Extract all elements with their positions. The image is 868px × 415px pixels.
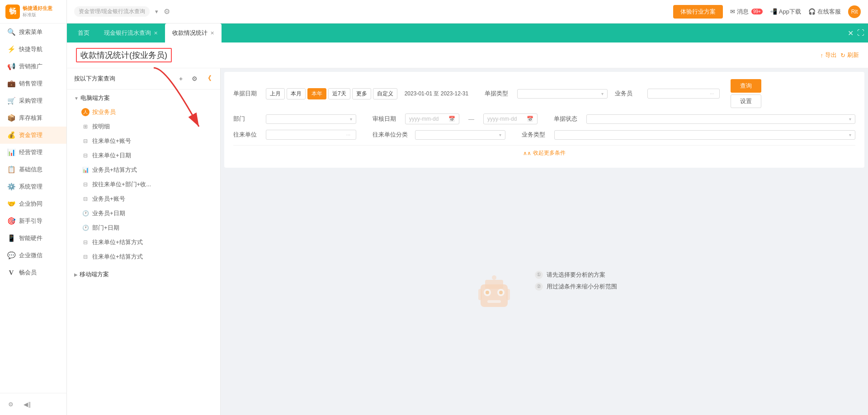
scheme-settings-button[interactable]: ⚙ <box>189 74 199 84</box>
sidebar-item-base-info[interactable]: 📋 基础信息 <box>0 161 66 178</box>
unit-more-btn[interactable]: ··· <box>346 132 350 137</box>
filter-action-buttons: 查询 设置 <box>731 79 761 108</box>
sidebar-item-sales[interactable]: 💼 销售管理 <box>0 75 66 92</box>
tab-cash-flow[interactable]: 现金银行流水查询 ✕ <box>97 24 165 42</box>
biz-type-select[interactable]: ▾ <box>554 130 855 140</box>
setup-button[interactable]: 设置 <box>731 94 761 108</box>
topbar: 资金管理/现金银行流水查询 ▾ ⚙ 体验行业方案 ✉ 消息 99+ 📲 App下… <box>67 0 868 24</box>
sidebar-item-operation[interactable]: 📊 经营管理 <box>0 144 66 161</box>
scheme-icon-clock2: 🕐 <box>81 224 90 232</box>
main-content: 资金管理/现金银行流水查询 ▾ ⚙ 体验行业方案 ✉ 消息 99+ 📲 App下… <box>67 0 868 415</box>
empty-state-container: ① 请先选择要分析的方案 ② 用过滤条件来缩小分析范围 <box>472 271 617 316</box>
refresh-button[interactable]: ↻ 刷新 <box>840 51 859 59</box>
scheme-item-by-detail[interactable]: ⊞ 按明细 <box>67 119 220 134</box>
tab-cash-flow-close[interactable]: ✕ <box>154 30 158 36</box>
message-action[interactable]: ✉ 消息 99+ <box>730 8 763 16</box>
svg-rect-8 <box>478 289 482 300</box>
topbar-left: 资金管理/现金银行流水查询 ▾ ⚙ <box>74 6 170 17</box>
export-icon: ↑ <box>821 52 824 59</box>
doc-status-select[interactable]: ▾ <box>586 114 855 124</box>
purchase-icon: 🛒 <box>7 97 15 105</box>
date-btn-this-month[interactable]: 本月 <box>287 88 306 99</box>
unit-select[interactable]: ··· <box>266 130 356 140</box>
doc-type-select[interactable]: ▾ <box>517 89 608 99</box>
group-expand-arrow: ▼ <box>74 96 79 101</box>
scheme-item-unit-account[interactable]: ⊟ 往来单位+账号 <box>67 134 220 148</box>
add-scheme-button[interactable]: + <box>176 74 186 84</box>
tab-home[interactable]: 首页 <box>71 24 97 42</box>
tab-receipt-stats[interactable]: 收款情况统计 ✕ <box>165 24 222 42</box>
review-date-end[interactable]: yyyy-mm-dd 📅 <box>483 113 538 124</box>
sidebar-item-vip[interactable]: V 畅会员 <box>0 264 66 281</box>
headset-icon: 🎧 <box>808 8 816 15</box>
sidebar-item-enterprise[interactable]: 🤝 企业协同 <box>0 195 66 212</box>
quick-nav-icon: ⚡ <box>7 45 15 53</box>
trial-button[interactable]: 体验行业方案 <box>673 5 723 19</box>
scheme-item-unit-date[interactable]: ⊟ 往来单位+日期 <box>67 148 220 163</box>
sidebar-item-quick-nav[interactable]: ⚡ 快捷导航 <box>0 41 66 58</box>
export-button[interactable]: ↑ 导出 <box>821 51 837 59</box>
date-range-display: 2023-01-01 至 2023-12-31 <box>405 90 468 98</box>
date-btn-this-year[interactable]: 本年 <box>307 88 326 99</box>
doc-type-label: 单据类型 <box>485 90 510 98</box>
scheme-icon-clock1: 🕐 <box>81 209 90 217</box>
salesman-select[interactable]: ··· <box>647 89 720 99</box>
logo-area: 畅 畅捷通好生意 标准版 <box>0 0 66 24</box>
review-date-label: 审核日期 <box>373 115 398 123</box>
collapse-panel-button[interactable]: 《 <box>203 74 213 84</box>
svg-rect-9 <box>506 289 510 300</box>
scheme-panel-title: 按以下方案查询 <box>74 75 176 83</box>
sidebar-item-system[interactable]: ⚙️ 系统管理 <box>0 178 66 195</box>
sidebar-item-marketing[interactable]: 📢 营销推广 <box>0 58 66 75</box>
scheme-icon-grid2: ⊟ <box>81 137 90 145</box>
step-num-2: ② <box>535 283 543 291</box>
scheme-group-desktop-header[interactable]: ▼ 电脑端方案 <box>67 91 220 105</box>
dept-arrow: ▾ <box>350 117 352 122</box>
date-btn-7days[interactable]: 近7天 <box>328 88 350 99</box>
review-date-start[interactable]: yyyy-mm-dd 📅 <box>405 113 459 124</box>
salesman-more-btn[interactable]: ··· <box>710 91 714 96</box>
dept-select[interactable]: ▾ <box>266 114 356 124</box>
user-avatar[interactable]: Rit <box>848 5 861 18</box>
sidebar-item-wechat[interactable]: 💬 企业微信 <box>0 247 66 264</box>
tab-close-all-icon[interactable]: ✕ <box>848 29 854 38</box>
scheme-item-salesman-settle[interactable]: 📊 业务员+结算方式 <box>67 163 220 177</box>
unit-category-select[interactable]: ▾ <box>415 130 505 140</box>
topbar-settings-icon[interactable]: ⚙ <box>164 7 170 16</box>
scheme-item-unit-dept-collect[interactable]: ⊟ 按往来单位+部门+收... <box>67 177 220 192</box>
sidebar-item-hardware[interactable]: 📱 智能硬件 <box>0 230 66 247</box>
query-button[interactable]: 查询 <box>731 79 761 93</box>
svg-rect-7 <box>487 300 501 303</box>
date-btn-custom[interactable]: 自定义 <box>373 88 397 99</box>
sidebar-item-search[interactable]: 🔍 搜索菜单 <box>0 24 66 41</box>
date-options: 上月 本月 本年 近7天 更多 自定义 <box>266 88 397 99</box>
tab-maximize-icon[interactable]: ⛶ <box>857 29 864 37</box>
sidebar-item-capital[interactable]: 💰 资金管理 <box>0 127 66 144</box>
scheme-item-salesman-date[interactable]: 🕐 业务员+日期 <box>67 206 220 221</box>
footer-settings-icon[interactable]: ⚙ <box>5 398 17 410</box>
sidebar-item-purchase[interactable]: 🛒 采购管理 <box>0 92 66 109</box>
sidebar-item-guide[interactable]: 🎯 新手引导 <box>0 212 66 230</box>
dept-label: 部门 <box>233 115 259 123</box>
footer-collapse-icon[interactable]: ◀‖ <box>21 398 33 410</box>
scheme-item-salesman-account[interactable]: ⊟ 业务员+账号 <box>67 192 220 206</box>
scheme-group-mobile-header[interactable]: ▶ 移动端方案 <box>67 268 220 281</box>
tabs-right-controls: ✕ ⛶ <box>848 29 864 38</box>
scheme-icon-grid6: ⊟ <box>81 238 90 246</box>
filter-area: 单据日期 上月 本月 本年 近7天 更多 自定义 2023-01-01 至 20… <box>224 72 864 168</box>
sidebar-item-inventory[interactable]: 📦 库存核算 <box>0 109 66 127</box>
date-btn-more[interactable]: 更多 <box>352 88 371 99</box>
page-title: 收款情况统计(按业务员) <box>76 48 172 62</box>
tab-receipt-stats-close[interactable]: ✕ <box>210 30 214 36</box>
scheme-item-dept-date[interactable]: 🕐 部门+日期 <box>67 221 220 235</box>
scheme-panel: 按以下方案查询 + ⚙ 《 ▼ 电脑端方案 人 按业务员 <box>67 68 221 415</box>
chevron-down-icon[interactable]: ▾ <box>155 8 158 15</box>
app-download-action[interactable]: 📲 App下载 <box>770 8 801 16</box>
scheme-item-unit-settle1[interactable]: ⊟ 往来单位+结算方式 <box>67 235 220 250</box>
collapse-bar[interactable]: ∧∧ 收起更多条件 <box>233 145 855 160</box>
date-btn-last-month[interactable]: 上月 <box>266 88 285 99</box>
online-service-action[interactable]: 🎧 在线客服 <box>808 8 841 16</box>
scheme-item-unit-settle2[interactable]: ⊟ 往来单位+结算方式 <box>67 250 220 264</box>
scheme-item-by-salesman[interactable]: 人 按业务员 <box>67 105 220 119</box>
inventory-icon: 📦 <box>7 114 15 122</box>
